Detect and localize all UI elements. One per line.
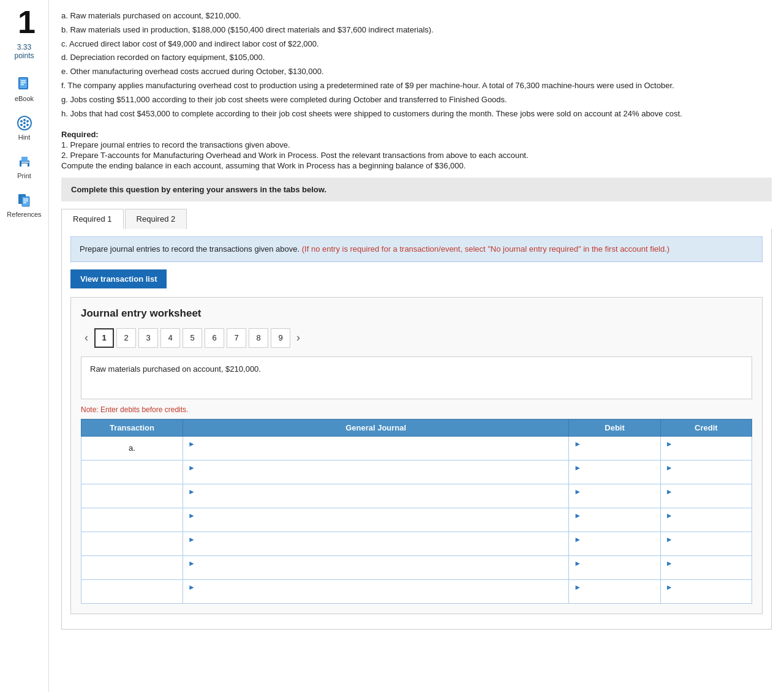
row3-credit-input[interactable] <box>666 496 747 505</box>
row5-credit: ► <box>660 532 752 555</box>
problem-line-e: e. Other manufacturing overhead costs ac… <box>61 66 772 78</box>
row2-journal-input[interactable] <box>188 472 564 481</box>
journal-table: Transaction General Journal Debit Credit… <box>81 419 752 604</box>
page-8-button[interactable]: 8 <box>249 328 268 348</box>
references-icon <box>16 192 33 209</box>
row6-credit-input[interactable] <box>666 568 747 577</box>
row6-debit-input[interactable] <box>574 568 655 577</box>
problem-line-f: f. The company applies manufacturing ove… <box>61 80 772 92</box>
problem-text: a. Raw materials purchased on account, $… <box>61 10 772 120</box>
table-row: ► ► ► <box>81 555 752 579</box>
row3-debit-input[interactable] <box>574 496 655 505</box>
table-row: ► ► ► <box>81 508 752 532</box>
row3-credit: ► <box>660 484 752 508</box>
svg-rect-1 <box>20 78 27 88</box>
prev-page-button[interactable]: ‹ <box>81 330 92 345</box>
row7-debit-input[interactable] <box>574 592 655 601</box>
row2-credit-input[interactable] <box>666 472 747 481</box>
sidebar-item-ebook[interactable]: eBook <box>0 70 48 108</box>
sidebar: 1 3.33 points eBook <box>0 0 49 692</box>
row5-debit-input[interactable] <box>574 544 655 553</box>
tabs-container: Required 1 Required 2 <box>61 209 772 229</box>
svg-rect-16 <box>21 162 28 163</box>
table-row: ► ► ► <box>81 484 752 508</box>
svg-point-6 <box>23 119 26 121</box>
svg-point-7 <box>20 120 23 122</box>
row7-transaction <box>81 579 183 603</box>
tab-required1[interactable]: Required 1 <box>61 209 124 229</box>
note-text: Note: Enter debits before credits. <box>81 405 752 414</box>
svg-rect-14 <box>21 157 28 161</box>
table-row: a. ► ► ► <box>81 436 752 460</box>
svg-rect-19 <box>22 197 29 206</box>
tab-content: Prepare journal entries to record the tr… <box>61 229 772 630</box>
row4-journal-input[interactable] <box>188 520 564 529</box>
required-section: Required: 1. Prepare journal entries to … <box>61 130 772 170</box>
row1-transaction: a. <box>81 436 183 460</box>
row5-transaction <box>81 532 183 555</box>
hint-icon <box>16 115 33 132</box>
sidebar-item-print[interactable]: Print <box>0 147 48 186</box>
page-navigation: ‹ 1 2 3 4 5 6 7 8 9 › <box>81 328 752 348</box>
row2-credit: ► <box>660 460 752 484</box>
problem-line-h: h. Jobs that had cost $453,000 to comple… <box>61 108 772 121</box>
row1-debit-input[interactable] <box>574 448 655 457</box>
required-line-3: Compute the ending balance in each accou… <box>61 161 772 170</box>
row2-debit-input[interactable] <box>574 472 655 481</box>
page-1-button[interactable]: 1 <box>94 328 114 348</box>
row5-journal-input[interactable] <box>188 544 564 553</box>
info-box: Prepare journal entries to record the tr… <box>70 236 763 262</box>
row5-journal: ► <box>183 532 568 555</box>
table-row: ► ► ► <box>81 460 752 484</box>
row3-journal: ► <box>183 484 568 508</box>
row4-credit-input[interactable] <box>666 520 747 529</box>
row4-debit-input[interactable] <box>574 520 655 529</box>
svg-point-10 <box>26 124 29 126</box>
row5-credit-input[interactable] <box>666 544 747 553</box>
transaction-description: Raw materials purchased on account, $210… <box>81 356 752 399</box>
page-2-button[interactable]: 2 <box>116 328 136 348</box>
col-general-journal: General Journal <box>183 419 568 436</box>
required-line-1: 1. Prepare journal entries to record the… <box>61 140 772 149</box>
row3-journal-input[interactable] <box>188 496 564 505</box>
row7-credit-input[interactable] <box>666 592 747 601</box>
row1-credit-input[interactable] <box>666 448 747 457</box>
row2-transaction <box>81 460 183 484</box>
problem-line-a: a. Raw materials purchased on account, $… <box>61 10 772 23</box>
row6-transaction <box>81 555 183 579</box>
col-credit: Credit <box>660 419 752 436</box>
page-4-button[interactable]: 4 <box>160 328 180 348</box>
print-icon <box>16 153 33 170</box>
page-3-button[interactable]: 3 <box>138 328 158 348</box>
tab-required2[interactable]: Required 2 <box>125 209 187 229</box>
row7-journal-input[interactable] <box>188 592 564 601</box>
sidebar-item-hint[interactable]: Hint <box>0 108 48 147</box>
col-debit: Debit <box>569 419 660 436</box>
page-7-button[interactable]: 7 <box>227 328 246 348</box>
page-9-button[interactable]: 9 <box>271 328 290 348</box>
sidebar-item-references[interactable]: References <box>0 186 48 224</box>
required-line-2: 2. Prepare T-accounts for Manufacturing … <box>61 151 772 160</box>
page-5-button[interactable]: 5 <box>183 328 202 348</box>
row1-journal-input[interactable] <box>188 448 564 457</box>
row6-journal: ► <box>183 555 568 579</box>
info-text-normal: Prepare journal entries to record the tr… <box>80 244 302 254</box>
row7-debit: ► <box>569 579 660 603</box>
row2-debit: ► <box>569 460 660 484</box>
row6-journal-input[interactable] <box>188 568 564 577</box>
svg-point-11 <box>23 126 26 128</box>
col-transaction: Transaction <box>81 419 183 436</box>
svg-point-12 <box>23 122 26 124</box>
print-label: Print <box>17 172 31 179</box>
row7-credit: ► <box>660 579 752 603</box>
row3-debit: ► <box>569 484 660 508</box>
page-6-button[interactable]: 6 <box>205 328 224 348</box>
svg-rect-15 <box>21 164 28 167</box>
journal-worksheet: Journal entry worksheet ‹ 1 2 3 4 5 6 7 … <box>70 297 763 614</box>
next-page-button[interactable]: › <box>293 330 304 345</box>
row4-debit: ► <box>569 508 660 532</box>
view-transaction-list-button[interactable]: View transaction list <box>70 269 167 288</box>
ebook-icon <box>16 76 33 93</box>
row4-journal: ► <box>183 508 568 532</box>
hint-label: Hint <box>18 134 31 141</box>
